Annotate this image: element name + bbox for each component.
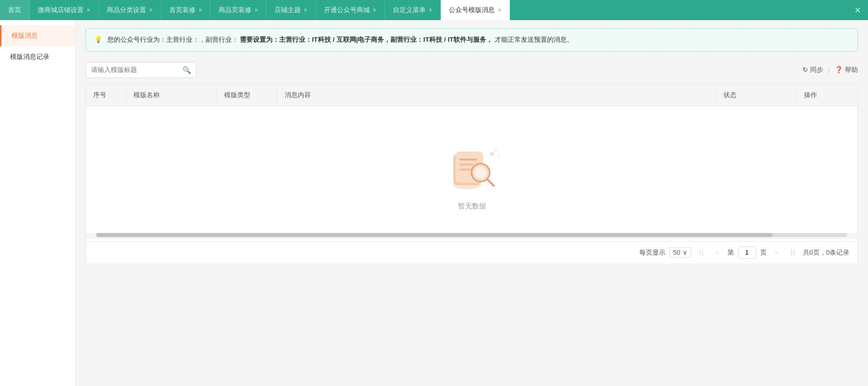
close-tab-open-mall[interactable]: × <box>373 7 376 14</box>
notice-box: 💡 您的公众号行业为：主营行业：，副营行业： 需要设置为：主营行业：IT科技 /… <box>86 28 858 52</box>
close-tab-template-msg[interactable]: × <box>498 7 501 14</box>
col-action: 操作 <box>797 85 857 106</box>
per-page-label: 每页显示 <box>639 248 665 257</box>
help-icon: ❓ <box>835 66 843 73</box>
svg-line-8 <box>487 179 494 186</box>
close-tab-store-settings[interactable]: × <box>87 7 90 14</box>
page-unit: 页 <box>760 248 767 257</box>
svg-rect-4 <box>459 164 474 166</box>
col-name: 模版名称 <box>126 85 217 106</box>
help-label: 帮助 <box>845 65 858 74</box>
sidebar-item-template-msg[interactable]: 模版消息 <box>0 25 75 46</box>
notice-highlight: 需要设置为：主营行业：IT科技 / 互联网|电子商务，副营行业：IT科技 / I… <box>240 36 493 43</box>
svg-point-9 <box>490 152 494 156</box>
chevron-down-icon: ∨ <box>683 249 688 256</box>
sidebar-item-template-msg-record[interactable]: 模版消息记录 <box>0 46 75 67</box>
tab-store-theme[interactable]: 店铺主题 × <box>266 0 316 20</box>
close-tab-home-decoration[interactable]: × <box>198 7 202 14</box>
sidebar: 模版消息 模版消息记录 <box>0 20 76 386</box>
bulb-icon: 💡 <box>94 36 102 43</box>
close-tab-store-theme[interactable]: × <box>304 7 307 14</box>
notice-prefix: 您的公众号行业为：主营行业：，副营行业： <box>107 36 238 43</box>
per-page-select[interactable]: 50 ∨ <box>670 247 691 258</box>
per-page-value: 50 <box>673 249 680 256</box>
empty-illustration <box>439 136 505 202</box>
svg-point-7 <box>475 167 487 179</box>
total-info: 共0页，0条记录 <box>803 248 849 257</box>
first-page-button[interactable]: ⟨⟨ <box>695 247 707 259</box>
next-page-button[interactable]: ＞ <box>771 247 783 259</box>
page-input[interactable] <box>738 247 756 259</box>
notice-suffix: 才能正常发送预置的消息。 <box>495 36 573 43</box>
sync-label: 同步 <box>810 65 823 74</box>
svg-rect-3 <box>459 159 477 161</box>
search-area: 🔍 <box>86 62 196 78</box>
tab-custom-menu[interactable]: 自定义菜单 × <box>385 0 441 20</box>
col-index: 序号 <box>86 85 126 106</box>
prev-page-button[interactable]: ＜ <box>711 247 723 259</box>
toolbar-right: ↻ 同步 | ❓ 帮助 <box>803 65 858 74</box>
tab-bar-global-close[interactable]: ✕ <box>847 0 868 20</box>
sync-button[interactable]: ↻ 同步 <box>803 65 823 74</box>
svg-point-11 <box>498 155 500 157</box>
scroll-thumb[interactable] <box>96 233 772 237</box>
tab-home[interactable]: 首页 <box>0 0 30 20</box>
tab-product-decoration[interactable]: 商品页装修 × <box>211 0 266 20</box>
table-container: 序号 模版名称 模版类型 消息内容 状态 操作 <box>86 84 858 264</box>
col-status: 状态 <box>716 85 797 106</box>
scroll-track <box>96 233 847 237</box>
toolbar: 🔍 ↻ 同步 | ❓ 帮助 <box>86 62 858 78</box>
tab-home-decoration[interactable]: 首页装修 × <box>161 0 211 20</box>
pagination: 每页显示 50 ∨ ⟨⟨ ＜ 第 页 ＞ ⟩⟩ 共0页，0条记录 <box>86 241 857 264</box>
close-tab-custom-menu[interactable]: × <box>429 7 432 14</box>
table-header: 序号 模版名称 模版类型 消息内容 状态 操作 <box>86 85 857 106</box>
tab-bar: 首页 微商城店铺设置 × 商品分类设置 × 首页装修 × 商品页装修 × 店铺主… <box>0 0 868 20</box>
svg-point-10 <box>494 149 497 151</box>
close-tab-category-settings[interactable]: × <box>149 7 153 14</box>
empty-text: 暂无数据 <box>458 202 486 211</box>
col-content: 消息内容 <box>278 85 716 106</box>
toolbar-divider: | <box>828 66 830 73</box>
close-tab-product-decoration[interactable]: × <box>254 7 258 14</box>
sync-icon: ↻ <box>803 66 808 73</box>
content-area: 💡 您的公众号行业为：主营行业：，副营行业： 需要设置为：主营行业：IT科技 /… <box>76 20 868 386</box>
last-page-button[interactable]: ⟩⟩ <box>787 247 799 259</box>
horizontal-scrollbar[interactable] <box>86 233 857 239</box>
page-label: 第 <box>727 248 734 257</box>
tab-store-settings[interactable]: 微商城店铺设置 × <box>30 0 99 20</box>
main-layout: 模版消息 模版消息记录 💡 您的公众号行业为：主营行业：，副营行业： 需要设置为… <box>0 20 868 386</box>
col-type: 模版类型 <box>217 85 278 106</box>
tab-template-msg[interactable]: 公众号模版消息 × <box>441 0 510 20</box>
empty-state: 暂无数据 <box>86 106 857 231</box>
help-button[interactable]: ❓ 帮助 <box>835 65 858 74</box>
search-icon[interactable]: 🔍 <box>182 66 191 74</box>
search-input[interactable] <box>91 66 182 73</box>
tab-category-settings[interactable]: 商品分类设置 × <box>99 0 161 20</box>
tab-open-mall[interactable]: 开通公众号商城 × <box>316 0 385 20</box>
